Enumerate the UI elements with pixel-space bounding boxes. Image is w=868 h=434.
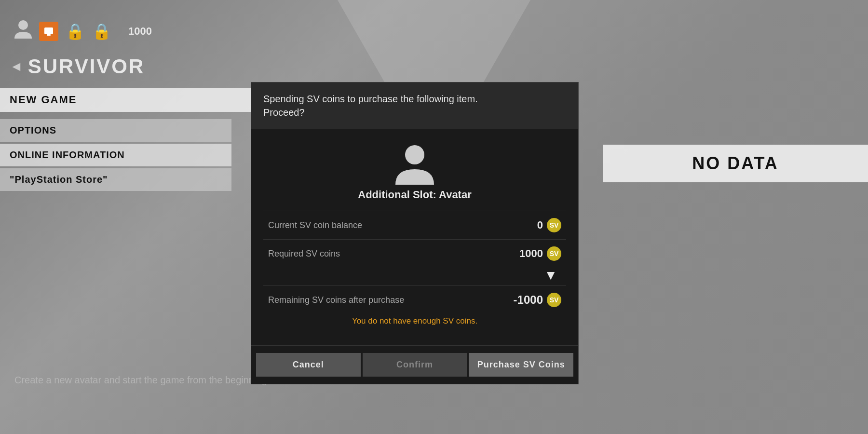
purchase-sv-coins-button[interactable]: Purchase SV Coins (469, 353, 573, 377)
remaining-coins-label: Remaining SV coins after purchase (268, 295, 404, 305)
modal-header-text: Spending SV coins to purchase the follow… (263, 92, 566, 119)
current-balance-row: Current SV coin balance 0 SV (263, 211, 566, 239)
description-text: Create a new avatar and start the game f… (14, 375, 270, 386)
svg-text:!: ! (48, 28, 50, 33)
sidebar-header: ! 🔒 🔒 1000 (0, 0, 299, 53)
coin-counter: 1000 (128, 25, 152, 38)
lock-icon-1: 🔒 (66, 22, 85, 41)
remaining-coins-number: -1000 (514, 293, 543, 307)
new-game-bar[interactable]: NEW GAME (0, 88, 251, 112)
purchase-modal: Spending SV coins to purchase the follow… (251, 82, 579, 384)
menu-item-options[interactable]: OPTIONS (0, 119, 231, 142)
new-game-label: NEW GAME (10, 94, 77, 106)
current-balance-number: 0 (537, 219, 543, 231)
survivor-label: SURVIVOR (28, 55, 145, 78)
menu-item-options-label: OPTIONS (10, 125, 56, 136)
error-message: You do not have enough SV coins. (263, 314, 566, 333)
svg-point-0 (18, 20, 28, 30)
arrow-down-container: ▼ (263, 268, 566, 285)
item-name-label: Additional Slot: Avatar (358, 189, 472, 201)
avatar-icon (393, 141, 436, 185)
cancel-button[interactable]: Cancel (256, 353, 361, 377)
no-data-label: NO DATA (692, 153, 779, 174)
notification-badge-icon: ! (39, 22, 58, 41)
required-coins-value: 1000 SV (519, 246, 561, 261)
menu-item-online-info[interactable]: ONLINE INFORMATION (0, 144, 231, 166)
arrow-left-icon[interactable]: ◄ (10, 59, 23, 74)
menu-item-ps-store-label: "PlayStation Store" (10, 174, 108, 185)
remaining-coins-row: Remaining SV coins after purchase -1000 … (263, 285, 566, 314)
menu-item-ps-store[interactable]: "PlayStation Store" (0, 168, 231, 191)
no-data-panel: NO DATA (603, 145, 868, 182)
modal-header: Spending SV coins to purchase the follow… (251, 82, 578, 129)
profile-icon (14, 19, 32, 43)
current-balance-label: Current SV coin balance (268, 220, 362, 231)
svg-point-4 (405, 145, 424, 164)
confirm-button: Confirm (363, 353, 467, 377)
required-coins-row: Required SV coins 1000 SV (263, 239, 566, 268)
modal-body: Additional Slot: Avatar Current SV coin … (251, 129, 578, 345)
lock-icon-2: 🔒 (92, 22, 111, 41)
survivor-title-bar: ◄ SURVIVOR (0, 53, 299, 85)
modal-footer: Cancel Confirm Purchase SV Coins (251, 345, 578, 384)
arrow-down-icon: ▼ (544, 268, 557, 283)
sv-coin-badge-2: SV (547, 246, 561, 261)
svg-rect-2 (47, 34, 51, 36)
item-display: Additional Slot: Avatar (263, 141, 566, 201)
current-balance-value: 0 SV (537, 218, 561, 232)
sv-coin-badge-3: SV (547, 293, 561, 307)
required-coins-number: 1000 (519, 247, 543, 260)
menu-item-online-info-label: ONLINE INFORMATION (10, 149, 125, 160)
remaining-coins-value: -1000 SV (514, 293, 561, 307)
required-coins-label: Required SV coins (268, 249, 340, 259)
sv-coin-badge-1: SV (547, 218, 561, 232)
